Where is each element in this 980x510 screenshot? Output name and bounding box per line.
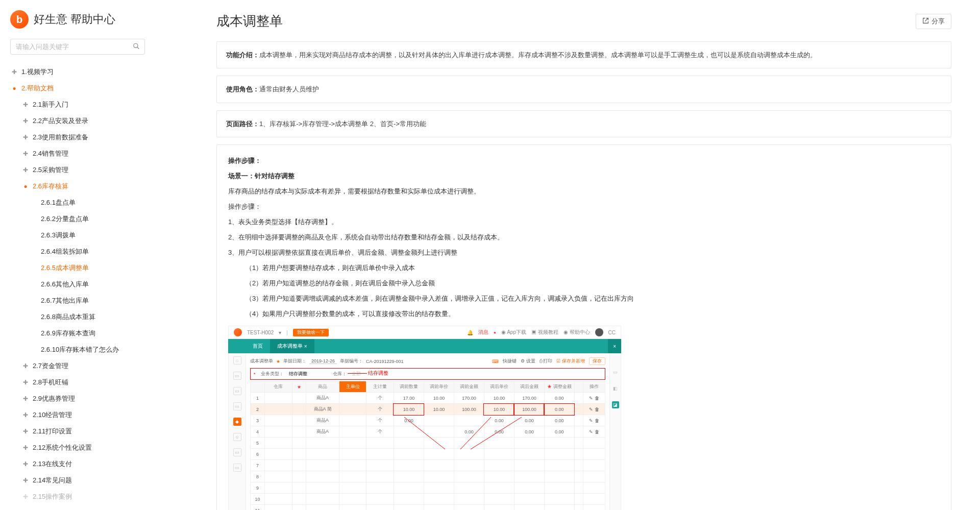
nav-tree: ✚1.视频学习 ●2.帮助文档 ✚2.1新手入门 ✚2.2产品安装及登录 ✚2.… <box>10 64 145 505</box>
active-module-icon: ◆ <box>233 418 241 426</box>
nav-2-6-9[interactable]: 2.6.9库存账本查询 <box>10 325 145 342</box>
main-content: 成本调整单 分享 功能介绍：成本调整单，用来实现对商品结存成本的调整，以及针对具… <box>155 0 980 510</box>
nav-2-3[interactable]: ✚2.3使用前数据准备 <box>10 129 145 145</box>
role-text: 通常由财务人员维护 <box>259 85 319 93</box>
ss-table: 仓库 ★ 商品 主单位 主计量调前数量调前单价调前金额调后单价调后金额 ★ 调整… <box>250 381 605 510</box>
ss-left-rail: ⌂ ▭ ▭ ▭ ◆ ☺ ▭ ▭ <box>229 353 246 510</box>
plus-icon: ✚ <box>21 456 30 472</box>
ss-doc-title: 成本调整单 <box>250 358 273 365</box>
ss-app: ◉ App下载 <box>501 329 526 336</box>
steps-label: 操作步骤： <box>228 154 940 167</box>
embedded-screenshot: TEST-H002 ▾ | 我要做啥一下 🔔消息● ◉ App下载 ▣ 视频教程… <box>228 326 621 510</box>
nav-2-8[interactable]: ✚2.8手机旺铺 <box>10 374 145 391</box>
nav-2-4[interactable]: ✚2.4销售管理 <box>10 145 145 162</box>
path-label: 页面路径： <box>226 120 259 128</box>
search-input[interactable] <box>10 39 145 55</box>
nav-2-6-7[interactable]: 2.6.7其他出库单 <box>10 293 145 309</box>
ss-action-button: 我要做啥一下 <box>293 329 329 336</box>
plus-icon: ✚ <box>21 391 30 407</box>
nav-2-6-3[interactable]: 2.6.3调拨单 <box>10 227 145 244</box>
minus-icon: ● <box>21 178 30 195</box>
plus-icon: ✚ <box>21 113 30 129</box>
nav-2-6-2[interactable]: 2.6.2分量盘点单 <box>10 211 145 227</box>
ss-date-lbl: 单据日期： <box>283 358 306 365</box>
nav-2-10[interactable]: ✚2.10经营管理 <box>10 407 145 423</box>
star-icon: ★ <box>276 359 280 364</box>
step-3a: （1）若用户想要调整结存成本，则在调后单价中录入成本 <box>228 261 940 275</box>
role-label: 使用角色： <box>226 85 259 93</box>
nav-1-video[interactable]: ✚1.视频学习 <box>10 64 145 80</box>
nav-2-6-1[interactable]: 2.6.1盘点单 <box>10 195 145 211</box>
nav-2-12[interactable]: ✚2.12系统个性化设置 <box>10 440 145 456</box>
nav-2-2[interactable]: ✚2.2产品安装及登录 <box>10 113 145 129</box>
nav-2-6[interactable]: ●2.6库存核算 <box>10 178 145 195</box>
ss-crumb: 成本调整单 ★ 单据日期： 2019-12-26 单据编号： CA-201912… <box>250 357 605 365</box>
svg-point-0 <box>134 43 138 47</box>
ss-help: ◉ 帮助中心 <box>564 329 590 336</box>
person-icon: ☺ <box>233 433 241 441</box>
path-box: 页面路径：1、库存核算->库存管理->成本调整单 2、首页->常用功能 <box>216 110 951 137</box>
box-icon: ▭ <box>233 387 241 395</box>
plus-icon: ✚ <box>21 374 30 391</box>
plus-icon: ✚ <box>21 162 30 178</box>
step-3c: （3）若用户知道要调增或调减的成本差值，则在调整金额中录入差值，调增录入正值，记… <box>228 292 940 305</box>
ss-type-val: 结存调整 <box>289 371 307 377</box>
ss-type-lbl: 业务类型： <box>261 371 284 377</box>
nav-2-5[interactable]: ✚2.5采购管理 <box>10 162 145 178</box>
close-icon: × <box>608 339 621 353</box>
nav-2-1[interactable]: ✚2.1新手入门 <box>10 96 145 113</box>
scene1-desc: 库存商品的结存成本与实际成本有差异，需要根据结存数量和实际单位成本进行调整。 <box>228 185 940 198</box>
plus-icon: ✚ <box>21 440 30 456</box>
ss-date: 2019-12-26 <box>309 358 337 364</box>
step-1: 1、表头业务类型选择【结存调整】。 <box>228 215 940 229</box>
ss-topbar: TEST-H002 ▾ | 我要做啥一下 🔔消息● ◉ App下载 ▣ 视频教程… <box>228 326 621 339</box>
path-text: 1、库存核算->库存管理->成本调整单 2、首页->常用功能 <box>259 120 426 128</box>
search-icon[interactable] <box>133 42 140 51</box>
ss-quick: 快捷键 <box>503 358 517 365</box>
step-3b: （2）若用户知道调整总的结存金额，则在调后金额中录入总金额 <box>228 277 940 290</box>
ss-right-rail: ▭ ◧ ◪ <box>609 353 621 510</box>
nav-2-6-6[interactable]: 2.6.6其他入库单 <box>10 276 145 293</box>
ss-env: TEST-H002 <box>247 330 274 335</box>
plus-icon: ✚ <box>21 358 30 374</box>
nav-2-13[interactable]: ✚2.13在线支付 <box>10 456 145 472</box>
nav-2-15[interactable]: ✚2.15操作案例 <box>10 489 145 505</box>
home-icon: ⌂ <box>233 356 241 365</box>
nav-2-11[interactable]: ✚2.11打印设置 <box>10 423 145 440</box>
share-icon <box>922 17 929 26</box>
nav-2-6-5-active[interactable]: 2.6.5成本调整单 <box>10 260 145 276</box>
ss-logo-icon <box>234 328 242 336</box>
bell-icon: 🔔 <box>467 330 473 335</box>
role-box: 使用角色：通常由财务人员维护 <box>216 76 951 103</box>
ss-code-lbl: 单据编号： <box>340 358 363 365</box>
steps-label2: 操作步骤： <box>228 200 940 213</box>
search-box <box>10 39 145 55</box>
rail-icon: ▭ <box>612 369 619 376</box>
share-button[interactable]: 分享 <box>916 14 951 29</box>
intro-label: 功能介绍： <box>226 51 259 59</box>
ss-store-lbl: 仓库： <box>333 371 347 377</box>
nav-2-6-8[interactable]: 2.6.8商品成本重算 <box>10 309 145 325</box>
plus-icon: ✚ <box>21 407 30 423</box>
step-2: 2、在明细中选择要调整的商品及仓库，系统会自动带出结存数量和结存金额，以及结存成… <box>228 231 940 244</box>
scene1-title: 场景一：针对结存调整 <box>228 169 940 183</box>
required-icon: * <box>254 372 256 377</box>
nav-2-6-10[interactable]: 2.6.10库存账本错了怎么办 <box>10 342 145 358</box>
nav-2-14[interactable]: ✚2.14常见问题 <box>10 472 145 489</box>
nav-2-6-4[interactable]: 2.6.4组装拆卸单 <box>10 244 145 260</box>
nav-2-9[interactable]: ✚2.9优惠券管理 <box>10 391 145 407</box>
site-title: 好生意 帮助中心 <box>34 12 115 27</box>
page-title: 成本调整单 <box>216 12 283 30</box>
ss-filter-row: * 业务类型： 结存调整 仓库： 全部 结存调整 <box>250 368 605 380</box>
nav-2-7[interactable]: ✚2.7资金管理 <box>10 358 145 374</box>
ss-tabs: 首页 成本调整单 × × <box>228 339 621 353</box>
step-3: 3、用户可以根据调整依据直接在调后单价、调后金额、调整金额列上进行调整 <box>228 246 940 259</box>
rail-icon: ◧ <box>612 385 619 392</box>
plus-icon: ✚ <box>21 129 30 145</box>
ss-tab-active: 成本调整单 × <box>270 339 314 353</box>
ss-annot1: 结存调整 <box>368 370 388 377</box>
logo[interactable]: b 好生意 帮助中心 <box>10 10 145 29</box>
steps-box: 操作步骤： 场景一：针对结存调整 库存商品的结存成本与实际成本有差异，需要根据结… <box>216 144 951 510</box>
ss-tab-home: 首页 <box>246 339 270 353</box>
nav-2-docs[interactable]: ●2.帮助文档 <box>10 80 145 96</box>
